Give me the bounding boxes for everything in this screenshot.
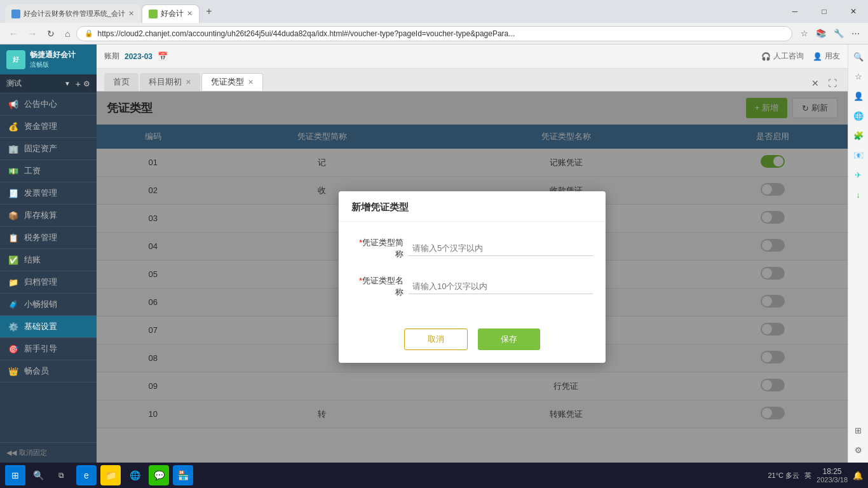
tab1-title: 好会计云财务软件管理系统_会计 bbox=[24, 9, 125, 18]
maximize-btn[interactable]: □ bbox=[810, 0, 839, 23]
user-label: 用友 bbox=[825, 51, 840, 62]
more-btn[interactable]: ⋯ bbox=[848, 27, 863, 39]
sidebar-item-inventory[interactable]: 📦 库存核算 bbox=[0, 205, 97, 227]
expand-panel-btn[interactable]: ⛶ bbox=[825, 77, 840, 90]
tab-voucher-type-close[interactable]: ✕ bbox=[248, 78, 254, 86]
tab-voucher-type[interactable]: 凭证类型 ✕ bbox=[201, 73, 263, 91]
sidebar-item-invoice[interactable]: 🧾 发票管理 bbox=[0, 182, 97, 205]
search-taskbar-btn[interactable]: 🔍 bbox=[28, 465, 48, 485]
weather-info: 21°C 多云 bbox=[768, 471, 799, 480]
right-puzzle-icon[interactable]: 🧩 bbox=[851, 128, 866, 143]
store-taskbar[interactable]: 🏪 bbox=[173, 465, 193, 485]
new-tab-btn[interactable]: + bbox=[201, 3, 217, 20]
sidebar-label-invoice: 发票管理 bbox=[24, 187, 57, 199]
right-plane-icon[interactable]: ✈ bbox=[852, 168, 864, 182]
favorites-btn[interactable]: ☆ bbox=[797, 27, 811, 39]
consult-label: 人工咨询 bbox=[773, 51, 804, 62]
sidebar-label-guide: 新手引导 bbox=[24, 343, 57, 355]
forward-btn[interactable]: → bbox=[24, 27, 41, 40]
task-view-btn[interactable]: ⧉ bbox=[51, 465, 71, 485]
sidebar-item-archive[interactable]: 📁 归档管理 bbox=[0, 271, 97, 294]
minimize-btn[interactable]: ─ bbox=[780, 0, 810, 23]
announcement-icon: 📢 bbox=[8, 100, 19, 109]
sidebar-item-announcement[interactable]: 📢 公告中心 bbox=[0, 93, 97, 116]
tab2-title: 好会计 bbox=[161, 8, 184, 19]
close-panel-btn[interactable]: ✕ bbox=[808, 77, 822, 90]
edge-taskbar[interactable]: e bbox=[76, 465, 97, 485]
sidebar-item-expense[interactable]: 🧳 小畅报销 bbox=[0, 294, 97, 316]
sidebar-label-tax: 税务管理 bbox=[24, 232, 57, 243]
home-btn[interactable]: ⌂ bbox=[61, 27, 74, 40]
right-search-icon[interactable]: 🔍 bbox=[851, 50, 866, 64]
cancel-btn[interactable]: 取消 bbox=[404, 329, 468, 350]
sidebar-item-fixed-assets[interactable]: 🏢 固定资产 bbox=[0, 138, 97, 160]
chrome-taskbar[interactable]: 🌐 bbox=[125, 465, 145, 485]
right-globe-icon[interactable]: 🌐 bbox=[851, 109, 866, 123]
field-name-label: *凭证类型名称 bbox=[351, 275, 409, 298]
sidebar-label-salary: 工资 bbox=[24, 165, 41, 177]
footer-label: 取消固定 bbox=[19, 448, 47, 458]
sidebar: 好 畅捷通好会计 流畅版 测试 ▼ + ⚙ 📢 公告中心 💰 资金管理 bbox=[0, 44, 97, 463]
address-bar: ← → ↻ ⌂ 🔒 https://cloud2.chanjet.com/acc… bbox=[0, 23, 868, 44]
clock-time: 18:25 bbox=[817, 467, 848, 476]
browser-tab-2[interactable]: 好会计 ✕ bbox=[142, 4, 200, 23]
sidebar-item-guide[interactable]: 🎯 新手引导 bbox=[0, 338, 97, 360]
guide-icon: 🎯 bbox=[8, 344, 19, 354]
expense-icon: 🧳 bbox=[8, 300, 19, 309]
file-explorer-taskbar[interactable]: 📁 bbox=[100, 465, 121, 485]
right-gear-icon[interactable]: ⚙ bbox=[852, 443, 865, 458]
company-name: 测试 bbox=[6, 78, 62, 89]
wechat-taskbar[interactable]: 💬 bbox=[149, 465, 169, 485]
notification-btn[interactable]: 🔔 bbox=[853, 471, 863, 480]
field-name-input[interactable] bbox=[409, 279, 593, 294]
sidebar-footer[interactable]: ◀◀ 取消固定 bbox=[0, 442, 97, 463]
sidebar-label-member: 畅会员 bbox=[24, 365, 49, 377]
user-btn[interactable]: 👤 用友 bbox=[813, 51, 840, 62]
address-field[interactable]: 🔒 https://cloud2.chanjet.com/accounting/… bbox=[76, 26, 792, 41]
company-selector[interactable]: 测试 ▼ + ⚙ bbox=[0, 74, 97, 93]
form-row-short: *凭证类型简称 bbox=[351, 237, 593, 260]
extensions-btn[interactable]: 🔧 bbox=[831, 27, 847, 39]
brand: 好 畅捷通好会计 流畅版 bbox=[0, 44, 97, 74]
right-user2-icon[interactable]: 👤 bbox=[851, 89, 866, 104]
right-download-icon[interactable]: ↓ bbox=[853, 187, 863, 202]
field-short-label: *凭证类型简称 bbox=[351, 237, 409, 260]
settings-icon[interactable]: ⚙ bbox=[83, 79, 90, 88]
tab-subjects-close[interactable]: ✕ bbox=[186, 78, 191, 86]
add-icon[interactable]: + bbox=[76, 79, 81, 89]
sidebar-label-archive: 归档管理 bbox=[24, 276, 57, 288]
tab-voucher-type-label: 凭证类型 bbox=[211, 76, 244, 88]
back-btn[interactable]: ← bbox=[5, 27, 22, 40]
collections-btn[interactable]: 📚 bbox=[813, 27, 829, 39]
save-btn[interactable]: 保存 bbox=[478, 329, 540, 350]
funds-icon: 💰 bbox=[8, 122, 19, 132]
archive-icon: 📁 bbox=[8, 278, 19, 287]
dialog: 新增凭证类型 *凭证类型简称 bbox=[339, 191, 606, 363]
sidebar-item-member[interactable]: 👑 畅会员 bbox=[0, 360, 97, 383]
tab-subjects[interactable]: 科目期初 ✕ bbox=[140, 73, 200, 91]
period-label: 账期 bbox=[104, 51, 119, 62]
refresh-btn[interactable]: ↻ bbox=[43, 27, 58, 40]
tab-home[interactable]: 首页 bbox=[104, 73, 139, 91]
calendar-icon[interactable]: 📅 bbox=[158, 51, 168, 61]
browser-tab-1[interactable]: 好会计云财务软件管理系统_会计 ✕ bbox=[5, 4, 140, 23]
right-star-icon[interactable]: ☆ bbox=[852, 69, 865, 84]
right-grid-icon[interactable]: ⊞ bbox=[852, 423, 864, 438]
sidebar-item-salary[interactable]: 💵 工资 bbox=[0, 160, 97, 182]
sidebar-item-settings[interactable]: ⚙️ 基础设置 bbox=[0, 316, 97, 338]
tab1-close[interactable]: ✕ bbox=[128, 10, 134, 18]
sidebar-item-funds[interactable]: 💰 资金管理 bbox=[0, 116, 97, 138]
close-btn[interactable]: ✕ bbox=[839, 0, 868, 23]
dialog-title: 新增凭证类型 bbox=[351, 201, 409, 212]
right-mail-icon[interactable]: 📧 bbox=[851, 148, 866, 163]
tab-home-label: 首页 bbox=[113, 76, 130, 88]
tab2-close[interactable]: ✕ bbox=[187, 10, 193, 18]
consult-btn[interactable]: 🎧 人工咨询 bbox=[761, 51, 804, 62]
tab-bar-row: 首页 科目期初 ✕ 凭证类型 ✕ ✕ ⛶ bbox=[97, 69, 848, 92]
dialog-overlay: 新增凭证类型 *凭证类型简称 bbox=[97, 92, 848, 463]
start-btn[interactable]: ⊞ bbox=[5, 465, 25, 485]
field-short-input[interactable] bbox=[409, 241, 593, 256]
brand-sub: 流畅版 bbox=[30, 60, 76, 69]
sidebar-item-tax[interactable]: 📋 税务管理 bbox=[0, 227, 97, 249]
sidebar-item-checkout[interactable]: ✅ 结账 bbox=[0, 249, 97, 271]
